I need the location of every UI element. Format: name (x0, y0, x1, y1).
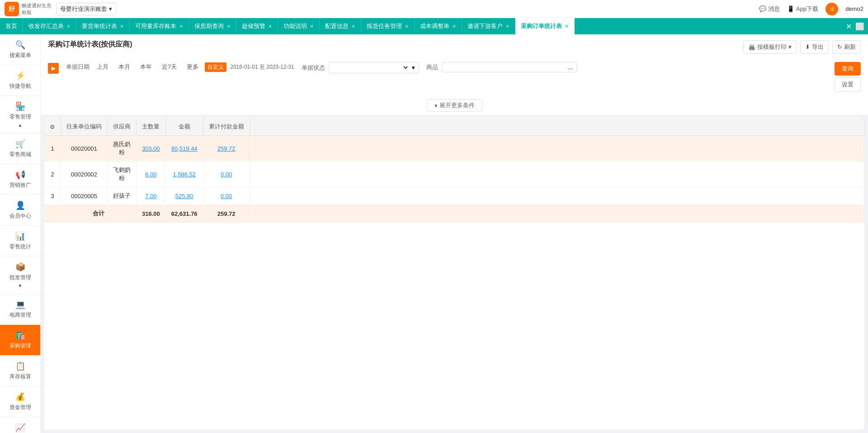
refresh-label: 刷新 (844, 43, 856, 51)
data-table: ⚙ 往来单位编码 供应商 主数量 金额 累计付款金额 1 00020001 惠氏… (44, 118, 864, 223)
tab-chengben[interactable]: 成本调整单 ✕ (415, 18, 462, 34)
sidebar: 🔍 搜索菜单 ⚡ 快捷导航 🏪 零售管理 ▲ 🛒 零售商城 📢 营销推广 👤 会… (0, 34, 41, 433)
row-paid-link[interactable]: 259.72 (217, 145, 236, 152)
tab-chaozhu-close[interactable]: ✕ (268, 24, 272, 29)
sidebar-item-quicknav[interactable]: ⚡ 快捷导航 (0, 65, 40, 96)
export-button[interactable]: ⬇ 导出 (800, 40, 829, 54)
refresh-button[interactable]: ↻ 刷新 (832, 40, 861, 54)
row-amount-link[interactable]: 60,519.44 (171, 145, 198, 152)
date-btn-7days[interactable]: 近7天 (158, 62, 180, 72)
sidebar-item-inventory-label: 库存核算 (9, 373, 31, 381)
tab-gongneng-close[interactable]: ✕ (310, 24, 314, 29)
row-quantity-link[interactable]: 6.00 (145, 171, 156, 178)
retail-stats-icon: 📊 (15, 231, 25, 241)
row-amount: 1,586.52 (165, 162, 203, 187)
wholesale-icon: 📦 (15, 262, 25, 272)
main-layout: 🔍 搜索菜单 ⚡ 快捷导航 🏪 零售管理 ▲ 🛒 零售商城 📢 营销推广 👤 会… (0, 34, 868, 433)
tab-jianhuo-close[interactable]: ✕ (405, 24, 409, 29)
header-and-filter: 采购订单统计表(按供应商) 🖨️ 按模板打印 ▾ ⬇ 导出 ↻ 刷新 (41, 34, 868, 114)
quicknav-icon: ⚡ (15, 71, 25, 81)
sidebar-item-retail-stats-label: 零售统计 (9, 243, 31, 251)
th-amount: 金额 (165, 118, 203, 136)
sidebar-item-search[interactable]: 🔍 搜索菜单 (0, 34, 40, 65)
date-btn-this-month[interactable]: 本月 (115, 62, 134, 72)
app-download-button[interactable]: 📱 App下载 (787, 5, 818, 13)
row-amount-link[interactable]: 525.80 (175, 193, 193, 200)
tab-baozhi[interactable]: 保质期查询 ✕ (189, 18, 236, 34)
sidebar-item-ecommerce[interactable]: 💻 电商管理 (0, 294, 40, 325)
app-download-label: App下载 (796, 5, 818, 13)
goods-more-icon[interactable]: … (567, 64, 573, 71)
date-range-display: 2016-01-01 至 2023-12-31 (230, 63, 294, 71)
refresh-icon: ↻ (837, 43, 842, 50)
print-button[interactable]: 🖨️ 按模板打印 ▾ (743, 40, 797, 54)
tab-chengben-close[interactable]: ✕ (452, 24, 456, 29)
status-select[interactable]: ▾ (329, 62, 419, 73)
tab-peizhi-close[interactable]: ✕ (351, 24, 355, 29)
collapse-arrow-button[interactable]: ▶ (48, 63, 59, 74)
expand-conditions-button[interactable]: ▾ 展开更多条件 (427, 99, 482, 112)
logo: 好 畅捷通好生意 标版 (5, 2, 52, 16)
tab-keyongliang[interactable]: 可用量库存账本 ✕ (130, 18, 189, 34)
tab-gongneng[interactable]: 功能说明 ✕ (278, 18, 320, 34)
tab-peizhi[interactable]: 配置信息 ✕ (320, 18, 361, 34)
date-btn-more[interactable]: 更多 (183, 62, 202, 72)
logo-main: 畅捷通好生意 (22, 2, 52, 9)
sidebar-item-finance[interactable]: 💰 资金管理 (0, 386, 40, 417)
export-icon: ⬇ (805, 43, 810, 50)
th-settings[interactable]: ⚙ (44, 118, 61, 136)
sidebar-item-operations[interactable]: 📈 经营管理 (0, 417, 40, 433)
settings-button[interactable]: 设置 (835, 77, 861, 92)
row-paid-link[interactable]: 0.00 (221, 171, 232, 178)
tab-keyongliang-close[interactable]: ✕ (179, 24, 183, 29)
row-index: 2 (44, 162, 61, 187)
maximize-icon[interactable]: ⬜ (855, 22, 864, 31)
tab-caigou[interactable]: 采购订单统计表 ✕ (515, 18, 575, 34)
sidebar-item-marketing[interactable]: 📢 营销推广 (0, 164, 40, 195)
message-label: 消息 (768, 5, 780, 13)
sidebar-item-retail-stats[interactable]: 📊 零售统计 (0, 226, 40, 257)
tab-yaohuo-close[interactable]: ✕ (120, 24, 124, 29)
top-bar-left: 好 畅捷通好生意 标版 母婴行业演示账套 ▾ (5, 2, 116, 16)
tab-baozhi-close[interactable]: ✕ (226, 24, 231, 29)
tab-yaohuo[interactable]: 要货单统计表 ✕ (76, 18, 130, 34)
sidebar-item-inventory[interactable]: 📋 库存核算 (0, 356, 40, 386)
sidebar-item-wholesale-label: 批发管理 (9, 274, 31, 281)
sidebar-item-purchase-label: 采购管理 (9, 342, 31, 350)
sidebar-item-purchase[interactable]: 🛍️ 采购管理 (0, 325, 40, 356)
sidebar-item-wholesale[interactable]: 📦 批发管理 ▼ (0, 257, 40, 294)
row-paid-link[interactable]: 0.00 (221, 193, 232, 200)
goods-input[interactable] (446, 64, 565, 71)
tab-shoufacun[interactable]: 收发存汇总表 ✕ (23, 18, 76, 34)
tab-yaoqing-close[interactable]: ✕ (505, 24, 509, 29)
row-supplier: 惠氏奶粉 (108, 136, 137, 162)
tab-chaozhu[interactable]: 超储预警 ✕ (236, 18, 278, 34)
sidebar-item-retail-mgmt[interactable]: 🏪 零售管理 ▲ (0, 96, 40, 133)
footer-label: 合计 (61, 205, 137, 223)
date-btn-this-year[interactable]: 本年 (137, 62, 156, 72)
row-extra (250, 136, 864, 162)
row-extra (250, 162, 864, 187)
tab-caigou-close[interactable]: ✕ (565, 24, 569, 29)
date-custom-badge[interactable]: 自定义 (205, 62, 226, 72)
workspace-selector[interactable]: 母婴行业演示账套 ▾ (56, 3, 116, 15)
tab-yaoqing[interactable]: 邀请下游客户 ✕ (462, 18, 515, 34)
row-quantity-link[interactable]: 7.00 (145, 193, 156, 200)
retail-shop-icon: 🛒 (15, 139, 25, 149)
close-window-icon[interactable]: ✕ (846, 22, 852, 31)
message-button[interactable]: 💬 消息 (759, 5, 780, 13)
marketing-icon: 📢 (15, 170, 25, 180)
tab-shoufacun-close[interactable]: ✕ (66, 24, 71, 29)
tab-home[interactable]: 首页 (0, 18, 23, 34)
query-button[interactable]: 查询 (835, 62, 861, 76)
row-quantity-link[interactable]: 303.00 (142, 145, 160, 152)
avatar[interactable]: d (826, 3, 838, 15)
footer-quantity: 316.00 (137, 205, 166, 223)
status-select-input[interactable] (333, 64, 409, 71)
date-btn-last-month[interactable]: 上月 (93, 62, 112, 72)
row-amount-link[interactable]: 1,586.52 (173, 171, 196, 178)
tab-jianhuo[interactable]: 拣货任务管理 ✕ (361, 18, 415, 34)
tab-yaohuo-label: 要货单统计表 (82, 22, 117, 30)
sidebar-item-member[interactable]: 👤 会员中心 (0, 195, 40, 226)
sidebar-item-retail-shop[interactable]: 🛒 零售商城 (0, 133, 40, 164)
